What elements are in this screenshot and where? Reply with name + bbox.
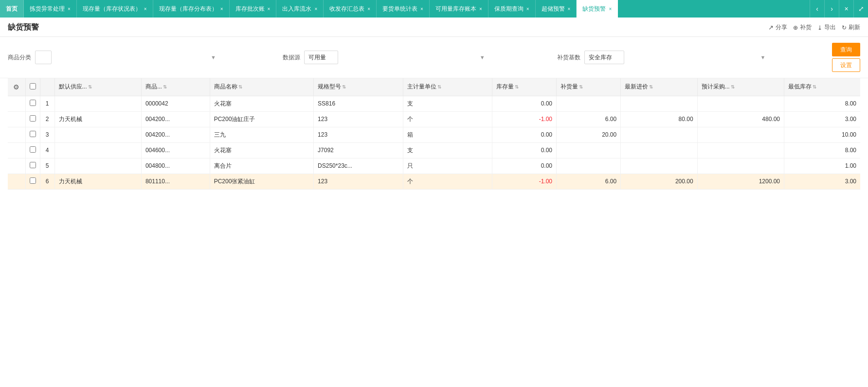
row-min-stock: 8.00 (784, 96, 860, 111)
th-index (40, 78, 54, 96)
sort-spec-icon: ⇅ (342, 84, 346, 89)
th-stock[interactable]: 库存量 ⇅ (492, 78, 556, 96)
th-checkbox (25, 78, 40, 96)
table-body: 1 0000042 火花塞 SS816 支 0.00 8.00 2 力天机械 0… (8, 96, 860, 189)
th-min-stock[interactable]: 最低库存 ⇅ (784, 78, 860, 96)
row-latest-price: 200.00 (621, 174, 697, 189)
th-replenish[interactable]: 补货量 ⇅ (557, 78, 621, 96)
row-name: PC200张紧油缸 (210, 174, 313, 189)
row-checkbox-cell (25, 127, 40, 142)
refresh-label: 刷新 (849, 23, 860, 32)
row-forecast (697, 158, 784, 174)
row-checkbox[interactable] (30, 162, 36, 168)
tab-batch-label: 库存批次账 (235, 5, 265, 13)
row-latest-price: 80.00 (621, 111, 697, 127)
th-name[interactable]: 商品名称 ⇅ (210, 78, 313, 96)
row-checkbox-cell (25, 142, 40, 158)
select-all-checkbox[interactable] (30, 83, 36, 89)
tab-batch[interactable]: 库存批次账 × (230, 0, 277, 18)
row-settings (8, 174, 25, 189)
tab-inventory-dist[interactable]: 现存量（库存分布表） × (153, 0, 230, 18)
share-action[interactable]: ↗ 分享 (768, 23, 787, 32)
tab-available-close[interactable]: × (479, 6, 482, 12)
tab-expiry-close[interactable]: × (526, 6, 529, 12)
row-name: 离合片 (210, 158, 313, 174)
sort-unit-icon: ⇅ (437, 84, 441, 89)
th-code[interactable]: 商品... ⇅ (141, 78, 210, 96)
row-stock: -1.00 (492, 174, 556, 189)
column-settings-icon[interactable]: ⚙ (13, 83, 19, 91)
tab-overstock[interactable]: 超储预警 × (536, 0, 577, 18)
tab-inventory-dist-close[interactable]: × (220, 6, 223, 12)
filter-area: 商品分类 ▼ 数据源 可用量 ▼ 补货基数 安全库存 (0, 37, 868, 78)
tab-inout[interactable]: 出入库流水 × (276, 0, 324, 18)
row-replenish: 6.00 (557, 111, 621, 127)
tab-abnormal-close[interactable]: × (68, 6, 71, 12)
tab-abnormal[interactable]: 拣货异常处理 × (24, 0, 77, 18)
nav-expand-btn[interactable]: ⤢ (853, 0, 868, 18)
row-checkbox[interactable] (30, 146, 36, 153)
settings-button[interactable]: 设置 (832, 58, 860, 72)
tab-overstock-close[interactable]: × (568, 6, 571, 12)
row-forecast: 480.00 (697, 111, 784, 127)
row-name: PC200油缸庄子 (210, 111, 313, 127)
row-supplier (54, 158, 141, 174)
tab-collect[interactable]: 收发存汇总表 × (324, 0, 377, 18)
tab-batch-close[interactable]: × (268, 6, 271, 12)
row-index: 2 (40, 111, 54, 127)
export-action[interactable]: ⤓ 导出 (817, 23, 836, 32)
refresh-action[interactable]: ↻ 刷新 (842, 23, 860, 32)
tab-home[interactable]: 首页 (0, 0, 24, 18)
query-button[interactable]: 查询 (832, 43, 860, 56)
datasource-select-wrapper: 可用量 ▼ (304, 51, 489, 64)
row-checkbox[interactable] (30, 177, 36, 184)
tab-inout-close[interactable]: × (314, 6, 317, 12)
refresh-icon: ↻ (842, 24, 847, 31)
replenish-select[interactable]: 安全库存 (584, 51, 624, 64)
tab-shortage-close[interactable]: × (609, 6, 612, 12)
th-unit[interactable]: 主计量单位 ⇅ (403, 78, 492, 96)
row-unit: 只 (403, 158, 492, 174)
nav-close-btn[interactable]: × (839, 0, 853, 18)
row-spec: SS816 (314, 96, 403, 111)
tab-abnormal-label: 拣货异常处理 (30, 5, 65, 13)
row-min-stock: 3.00 (784, 111, 860, 127)
tab-available[interactable]: 可用量库存账本 × (430, 0, 488, 18)
row-unit: 支 (403, 96, 492, 111)
tab-collect-close[interactable]: × (367, 6, 370, 12)
th-latest-price[interactable]: 最新进价 ⇅ (621, 78, 697, 96)
row-stock: 0.00 (492, 127, 556, 142)
tab-inventory-status-close[interactable]: × (144, 6, 147, 12)
row-index: 4 (40, 142, 54, 158)
row-min-stock: 10.00 (784, 127, 860, 142)
row-index: 3 (40, 127, 54, 142)
table-row: 2 力天机械 004200... PC200油缸庄子 123 个 -1.00 6… (8, 111, 860, 127)
filter-actions: 查询 设置 (832, 43, 860, 72)
table-container: ⚙ 默认供应... ⇅ 商品... (0, 78, 868, 190)
share-icon: ↗ (768, 24, 774, 31)
nav-next-btn[interactable]: › (824, 0, 839, 18)
row-checkbox[interactable] (30, 115, 36, 122)
th-spec[interactable]: 规格型号 ⇅ (314, 78, 403, 96)
tab-demand-close[interactable]: × (420, 6, 423, 12)
tab-expiry[interactable]: 保质期查询 × (488, 0, 536, 18)
row-supplier (54, 96, 141, 111)
tab-shortage[interactable]: 缺货预警 × (577, 0, 618, 18)
nav-prev-btn[interactable]: ‹ (810, 0, 824, 18)
nav-bar: 首页 拣货异常处理 × 现存量（库存状况表） × 现存量（库存分布表） × 库存… (0, 0, 868, 18)
datasource-select[interactable]: 可用量 (304, 51, 338, 64)
row-stock: 0.00 (492, 158, 556, 174)
category-select[interactable] (35, 51, 52, 64)
th-forecast[interactable]: 预计采购... ⇅ (697, 78, 784, 96)
page-title: 缺货预警 (8, 22, 39, 33)
th-settings: ⚙ (8, 78, 25, 96)
share-label: 分享 (776, 23, 787, 32)
category-chevron-icon: ▼ (211, 54, 216, 60)
tab-inventory-status[interactable]: 现存量（库存状况表） × (77, 0, 153, 18)
tab-demand[interactable]: 要货单统计表 × (377, 0, 430, 18)
row-code: 004200... (141, 127, 210, 142)
th-supplier[interactable]: 默认供应... ⇅ (54, 78, 141, 96)
row-checkbox[interactable] (30, 131, 36, 137)
replenish-action[interactable]: ⊕ 补货 (793, 23, 812, 32)
row-checkbox[interactable] (30, 100, 36, 106)
